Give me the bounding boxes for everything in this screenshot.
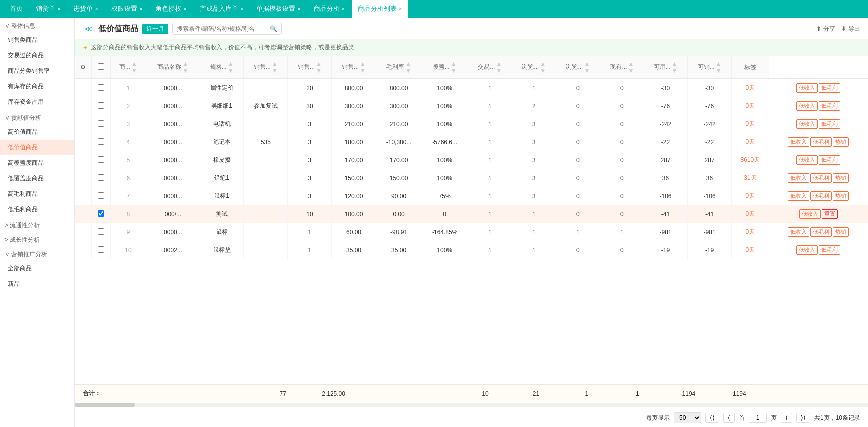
sidebar-item-low-margin[interactable]: 低毛利商品: [0, 202, 74, 217]
col-trade[interactable]: 交易...▲▼: [468, 56, 512, 79]
row-checkbox[interactable]: [98, 156, 104, 163]
per-page-select[interactable]: 50 20 100: [674, 412, 701, 423]
cell-checkbox[interactable]: [92, 151, 111, 169]
col-settings[interactable]: ⚙: [75, 56, 92, 79]
nav-permissions[interactable]: 权限设置 ×: [105, 0, 148, 18]
nav-product-stock[interactable]: 产成品入库单 ×: [194, 0, 249, 18]
row-checkbox[interactable]: [98, 120, 104, 127]
col-browse1[interactable]: 浏览...▲▼: [512, 56, 556, 79]
cell-browse1[interactable]: 0: [556, 79, 600, 97]
sidebar-item-high-value[interactable]: 高价值商品: [0, 124, 74, 140]
sidebar-item-category-rate[interactable]: 商品分类销售率: [0, 63, 74, 79]
col-browse2[interactable]: 浏览...▲▼: [556, 56, 600, 79]
row-checkbox[interactable]: [98, 192, 104, 199]
sidebar-item-low-value[interactable]: 低价值商品: [0, 140, 74, 155]
cell-browse1[interactable]: 0: [556, 115, 600, 133]
sidebar-group-growth[interactable]: > 成长性分析: [0, 232, 74, 246]
col-tags[interactable]: 标签: [732, 56, 769, 79]
browse1-value[interactable]: 0: [576, 175, 580, 182]
sidebar-item-high-margin[interactable]: 高毛利商品: [0, 186, 74, 202]
browse1-value[interactable]: 1: [576, 229, 580, 236]
cell-checkbox[interactable]: [92, 133, 111, 151]
sidebar-group-overall[interactable]: ∨ 整体信息: [0, 18, 74, 32]
row-checkbox[interactable]: [98, 84, 104, 91]
col-sellable[interactable]: 可销...▲▼: [688, 56, 732, 79]
row-checkbox[interactable]: [98, 210, 104, 217]
search-input[interactable]: [177, 25, 268, 32]
cell-checkbox[interactable]: [92, 115, 111, 133]
sidebar-item-sales-goods[interactable]: 销售类商品: [0, 32, 74, 48]
collapse-sidebar-btn[interactable]: ≪: [83, 25, 94, 33]
next-page-button[interactable]: ⟩: [781, 413, 792, 423]
share-button[interactable]: ⬆ 分享: [816, 25, 835, 33]
col-sales-amt[interactable]: 销售...▲▼: [288, 56, 332, 79]
col-gross-margin[interactable]: 毛利率▲▼: [376, 56, 422, 79]
row-checkbox[interactable]: [98, 138, 104, 145]
prev-page-button[interactable]: ⟨: [723, 413, 735, 423]
cell-checkbox[interactable]: [92, 241, 111, 259]
nav-product-analysis[interactable]: 商品分析 ×: [308, 0, 351, 18]
browse1-value[interactable]: 0: [576, 211, 580, 218]
cell-browse1[interactable]: 0: [556, 169, 600, 187]
page-number-input[interactable]: [749, 413, 767, 423]
col-spec[interactable]: 规格...▲▼: [200, 56, 244, 79]
col-checkbox[interactable]: [92, 56, 111, 79]
browse1-value[interactable]: 0: [576, 193, 580, 200]
browse1-value[interactable]: 0: [576, 121, 580, 128]
cell-checkbox[interactable]: [92, 223, 111, 241]
sidebar-item-inventory-funds[interactable]: 库存资金占用: [0, 94, 74, 110]
cell-browse1[interactable]: 0: [556, 205, 600, 223]
sidebar-item-new-goods[interactable]: 新品: [0, 276, 74, 292]
browse1-value[interactable]: 0: [576, 247, 580, 254]
scrollbar-thumb[interactable]: [75, 403, 135, 407]
col-coverage[interactable]: 覆盖...▲▼: [422, 56, 468, 79]
sidebar-item-stocked-goods[interactable]: 有库存的商品: [0, 79, 74, 94]
nav-sales-order[interactable]: 销货单 ×: [30, 0, 66, 18]
cell-browse1[interactable]: 0: [556, 151, 600, 169]
nav-home[interactable]: 首页: [4, 0, 29, 18]
nav-role-auth[interactable]: 角色授权 ×: [149, 0, 192, 18]
nav-product-analysis-list[interactable]: 商品分析列表 ×: [352, 0, 408, 18]
cell-tags: 低收入低毛利热销: [769, 133, 868, 151]
sidebar-item-low-coverage[interactable]: 低覆盖度商品: [0, 171, 74, 186]
horizontal-scrollbar[interactable]: [75, 403, 868, 407]
cell-checkbox[interactable]: [92, 97, 111, 115]
col-code[interactable]: 商...▲▼: [111, 56, 146, 79]
browse1-value[interactable]: 0: [576, 85, 580, 92]
cell-browse1[interactable]: 0: [556, 187, 600, 205]
browse1-value[interactable]: 0: [576, 103, 580, 110]
last-page-button[interactable]: ⟩⟩: [796, 413, 810, 423]
col-name[interactable]: 商品名称▲▼: [146, 56, 200, 79]
row-checkbox[interactable]: [98, 246, 104, 253]
cell-checkbox[interactable]: [92, 205, 111, 223]
sidebar-item-all-goods[interactable]: 全部商品: [0, 261, 74, 276]
cell-browse1[interactable]: 0: [556, 97, 600, 115]
cell-browse1[interactable]: 1: [556, 223, 600, 241]
select-all-checkbox[interactable]: [98, 63, 104, 70]
sidebar-item-traded-goods[interactable]: 交易过的商品: [0, 48, 74, 63]
sidebar-group-contribution[interactable]: ∨ 贡献值分析: [0, 110, 74, 124]
col-available[interactable]: 可用...▲▼: [644, 56, 687, 79]
sidebar-item-high-coverage[interactable]: 高覆盖度商品: [0, 155, 74, 171]
col-sales-qty[interactable]: 销售...▲▼: [244, 56, 288, 79]
cell-browse1[interactable]: 0: [556, 133, 600, 151]
export-button[interactable]: ⬇ 导出: [841, 25, 860, 33]
nav-purchase-order[interactable]: 进货单 ×: [67, 0, 104, 18]
col-stock[interactable]: 现有...▲▼: [600, 56, 644, 79]
cell-checkbox[interactable]: [92, 79, 111, 97]
browse1-value[interactable]: 0: [576, 157, 580, 164]
col-sales-cost[interactable]: 销售...▲▼: [332, 56, 376, 79]
browse1-value[interactable]: 0: [576, 139, 580, 146]
sidebar-group-marketing[interactable]: ∨ 营销推广分析: [0, 246, 74, 261]
search-icon[interactable]: 🔍: [270, 25, 277, 32]
nav-template-settings[interactable]: 单据模板设置 ×: [250, 0, 306, 18]
row-checkbox[interactable]: [98, 174, 104, 181]
cell-checkbox[interactable]: [92, 169, 111, 187]
cell-browse1[interactable]: 0: [556, 241, 600, 259]
sidebar-group-circulation[interactable]: > 流通性分析: [0, 217, 74, 232]
row-checkbox[interactable]: [98, 228, 104, 235]
first-page-button[interactable]: ⟨⟨: [705, 413, 719, 423]
row-checkbox[interactable]: [98, 102, 104, 109]
cell-checkbox[interactable]: [92, 187, 111, 205]
filter-tag-recent-month[interactable]: 近一月: [142, 24, 168, 34]
